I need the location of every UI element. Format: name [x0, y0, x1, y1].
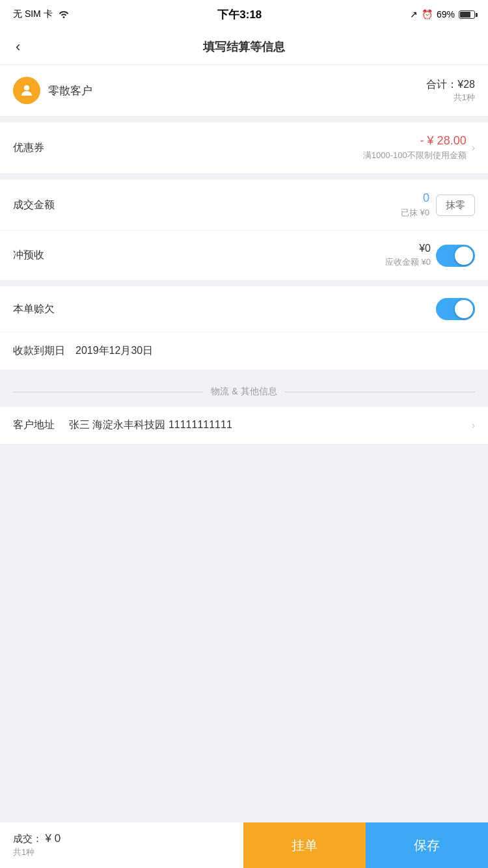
customer-name: 零散客户 [48, 83, 92, 98]
customer-section: 零散客户 合计：¥28 共1种 [0, 65, 488, 116]
prepaid-values: ¥0 应收金额 ¥0 [385, 243, 431, 268]
hang-button[interactable]: 挂单 [243, 822, 366, 868]
coupon-chevron-icon: › [472, 142, 475, 154]
wifi-icon [58, 9, 70, 20]
debt-section: 本单赊欠 收款到期日 2019年12月30日 [0, 286, 488, 370]
customer-left: 零散客户 [13, 77, 92, 104]
transaction-right: 0 已抹 ¥0 [401, 191, 429, 219]
status-right: ↗ ⏰ 69% [410, 9, 475, 20]
status-bar: 无 SIM 卡 下午3:18 ↗ ⏰ 69% [0, 0, 488, 29]
nav-bar: ‹ 填写结算等信息 [0, 29, 488, 65]
logistics-divider: 物流 & 其他信息 [0, 377, 488, 407]
back-button[interactable]: ‹ [10, 33, 25, 61]
prepaid-row: 冲预收 ¥0 应收金额 ¥0 [0, 231, 488, 280]
coupon-discount: - ¥ 28.00 [363, 134, 467, 148]
total-count: 共1种 [426, 92, 475, 103]
transaction-sub: 已抹 ¥0 [401, 207, 429, 219]
customer-total: 合计：¥28 共1种 [426, 78, 475, 103]
divider-line-left [13, 392, 203, 392]
content: 零散客户 合计：¥28 共1种 优惠券 - ¥ 28.00 满1000-100不… [0, 65, 488, 580]
battery-percent: 69% [437, 9, 455, 20]
transaction-label: 成交金额 [13, 198, 55, 212]
debt-right [436, 298, 475, 320]
total-amount: 合计：¥28 [426, 78, 475, 92]
status-left: 无 SIM 卡 [13, 8, 70, 20]
avatar [13, 77, 40, 104]
transaction-value-wrap: 0 已抹 ¥0 抹零 [401, 191, 475, 219]
debt-row: 本单赊欠 [0, 286, 488, 332]
prepaid-amount: ¥0 [385, 243, 431, 254]
address-chevron-icon: › [472, 420, 475, 431]
address-section[interactable]: 客户地址 张三 海淀永丰科技园 11111111111 › [0, 407, 488, 444]
address-label: 客户地址 [13, 418, 59, 432]
prepaid-sub: 应收金额 ¥0 [385, 256, 431, 268]
debt-label: 本单赊欠 [13, 303, 55, 316]
transaction-section: 成交金额 0 已抹 ¥0 抹零 冲预收 ¥0 应收金额 ¥0 [0, 180, 488, 280]
bottom-deal-label: 成交： [13, 833, 42, 844]
transaction-value: 0 [401, 191, 429, 205]
due-date-value: 2019年12月30日 [75, 344, 153, 358]
coupon-section[interactable]: 优惠券 - ¥ 28.00 满1000-100不限制使用金额 › [0, 122, 488, 173]
save-button[interactable]: 保存 [366, 822, 488, 868]
battery-icon [459, 10, 475, 19]
bottom-amount: ¥ 0 [45, 832, 61, 845]
divider-line-right [285, 392, 475, 392]
prepaid-toggle[interactable] [436, 245, 475, 267]
debt-toggle-knob [455, 300, 473, 318]
address-value: 张三 海淀永丰科技园 11111111111 [69, 418, 472, 432]
coupon-label: 优惠券 [13, 141, 44, 155]
bottom-count: 共1种 [13, 847, 230, 858]
bottom-info: 成交： ¥ 0 共1种 [0, 832, 243, 858]
coupon-row[interactable]: 优惠券 - ¥ 28.00 满1000-100不限制使用金额 › [0, 122, 488, 173]
bottom-bar: 成交： ¥ 0 共1种 挂单 保存 [0, 822, 488, 868]
coupon-sub: 满1000-100不限制使用金额 [363, 150, 467, 161]
page-title: 填写结算等信息 [203, 39, 285, 55]
prepaid-right: ¥0 应收金额 ¥0 [385, 243, 475, 268]
empty-space [0, 450, 488, 580]
address-row[interactable]: 客户地址 张三 海淀永丰科技园 11111111111 › [0, 407, 488, 444]
coupon-info: - ¥ 28.00 满1000-100不限制使用金额 [363, 134, 467, 161]
svg-point-0 [24, 85, 29, 90]
round-zero-button[interactable]: 抹零 [436, 195, 475, 216]
prepaid-label: 冲预收 [13, 249, 44, 262]
status-time: 下午3:18 [217, 7, 262, 22]
transaction-row: 成交金额 0 已抹 ¥0 抹零 [0, 180, 488, 231]
customer-row: 零散客户 合计：¥28 共1种 [0, 65, 488, 116]
due-date-row: 收款到期日 2019年12月30日 [0, 332, 488, 370]
due-date-label: 收款到期日 [13, 344, 65, 358]
debt-toggle[interactable] [436, 298, 475, 320]
toggle-knob [455, 247, 473, 265]
sim-label: 无 SIM 卡 [13, 8, 53, 20]
clock-icon: ⏰ [422, 9, 433, 20]
coupon-right: - ¥ 28.00 满1000-100不限制使用金额 › [363, 134, 475, 161]
location-icon: ↗ [410, 9, 418, 20]
logistics-label: 物流 & 其他信息 [211, 386, 277, 398]
